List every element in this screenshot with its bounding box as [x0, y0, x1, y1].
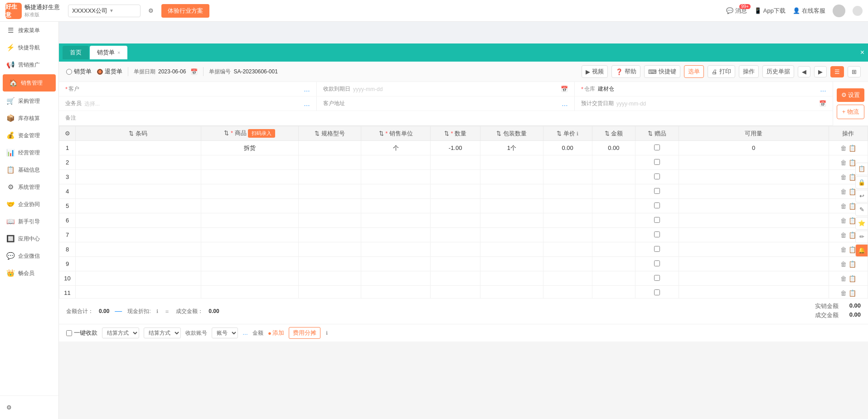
- row-quantity-4[interactable]: [431, 184, 480, 199]
- row-barcode-2[interactable]: [76, 155, 201, 170]
- gift-checkbox-5[interactable]: [654, 202, 660, 208]
- barcode-input-3[interactable]: [79, 174, 197, 180]
- row-gift-11[interactable]: [635, 286, 679, 299]
- settings-side-btn[interactable]: ⚙ 设置: [837, 88, 864, 102]
- cash-discount-dash[interactable]: —: [115, 307, 122, 315]
- th-product[interactable]: ⇅ * 商品 扫码录入: [201, 126, 298, 141]
- row-spec-7[interactable]: [298, 228, 361, 242]
- sidebar-item-operations[interactable]: 📊 经营管理: [0, 144, 58, 161]
- row-gift-3[interactable]: [635, 170, 679, 184]
- account-select[interactable]: 账号: [212, 327, 238, 338]
- row-unit-price-8[interactable]: [543, 242, 592, 257]
- th-amount[interactable]: ⇅ 金额: [592, 126, 635, 141]
- th-available[interactable]: 可用量: [679, 126, 829, 141]
- row-barcode-10[interactable]: [76, 271, 201, 286]
- gift-checkbox-4[interactable]: [654, 188, 660, 194]
- salesperson-input[interactable]: [84, 101, 304, 107]
- row-quantity-11[interactable]: [431, 286, 480, 299]
- float-btn-2[interactable]: 🔒: [855, 176, 868, 189]
- row-product-9[interactable]: [201, 257, 298, 271]
- help-btn[interactable]: ❓ 帮助: [611, 65, 640, 78]
- action-btn[interactable]: 操作: [739, 65, 759, 78]
- tab-sales-order[interactable]: 销货单 ×: [90, 46, 127, 59]
- user-avatar2[interactable]: [853, 6, 863, 16]
- row-quantity-10[interactable]: [431, 271, 480, 286]
- row-gift-10[interactable]: [635, 271, 679, 286]
- row-barcode-5[interactable]: [76, 199, 201, 213]
- delete-btn-8[interactable]: 🗑: [840, 246, 847, 253]
- row-unit-price-5[interactable]: [543, 199, 592, 213]
- sidebar-settings-btn[interactable]: ⚙: [0, 400, 58, 415]
- copy-btn-11[interactable]: 📋: [849, 289, 856, 297]
- row-spec-1[interactable]: [298, 141, 361, 155]
- company-selector[interactable]: XXXXXX公司 ▼: [68, 5, 141, 17]
- barcode-input-7[interactable]: [79, 232, 197, 238]
- gift-checkbox-10[interactable]: [654, 275, 660, 281]
- delete-btn-7[interactable]: 🗑: [840, 231, 847, 239]
- row-unit-price-2[interactable]: [543, 155, 592, 170]
- row-gift-2[interactable]: [635, 155, 679, 170]
- row-quantity-9[interactable]: [431, 257, 480, 271]
- row-product-11[interactable]: [201, 286, 298, 299]
- shortcut-btn[interactable]: ⌨ 快捷键: [644, 65, 680, 78]
- gift-checkbox-11[interactable]: [654, 289, 660, 295]
- barcode-input-2[interactable]: [79, 159, 197, 166]
- row-unit-price-4[interactable]: [543, 184, 592, 199]
- customer-addr-input[interactable]: [348, 101, 562, 107]
- salesperson-more-icon[interactable]: …: [304, 100, 310, 107]
- float-btn-6[interactable]: ✏: [855, 231, 868, 243]
- th-unit-price[interactable]: ⇅ 单价 ℹ: [543, 126, 592, 141]
- row-gift-9[interactable]: [635, 257, 679, 271]
- nav-next-btn[interactable]: ▶: [814, 66, 827, 77]
- remark-input[interactable]: [79, 115, 826, 121]
- row-barcode-4[interactable]: [76, 184, 201, 199]
- barcode-input-6[interactable]: [79, 217, 197, 224]
- barcode-input-10[interactable]: [79, 275, 197, 282]
- logistics-side-btn[interactable]: + 物流: [837, 105, 864, 119]
- nav-prev-btn[interactable]: ◀: [798, 66, 810, 77]
- customer-input[interactable]: [82, 86, 304, 92]
- row-gift-5[interactable]: [635, 199, 679, 213]
- message-button[interactable]: 💬 消息 99+: [726, 7, 747, 15]
- gift-checkbox-3[interactable]: [654, 173, 660, 179]
- collect-date-input[interactable]: [353, 86, 561, 92]
- row-barcode-6[interactable]: [76, 213, 201, 228]
- row-gift-1[interactable]: [635, 141, 679, 155]
- gift-checkbox-2[interactable]: [654, 159, 660, 165]
- copy-btn-1[interactable]: 📋: [849, 144, 856, 152]
- th-settings[interactable]: ⚙: [59, 126, 76, 141]
- sidebar-item-member[interactable]: 👑 畅会员: [0, 265, 58, 282]
- gift-checkbox-6[interactable]: [654, 217, 660, 223]
- th-quantity[interactable]: ⇅ * 数量: [431, 126, 480, 141]
- video-btn[interactable]: ▶ 视频: [582, 65, 608, 78]
- sidebar-item-system[interactable]: ⚙ 系统管理: [0, 178, 58, 196]
- barcode-input-8[interactable]: [79, 246, 197, 253]
- delete-btn-1[interactable]: 🗑: [840, 144, 847, 152]
- row-spec-2[interactable]: [298, 155, 361, 170]
- row-quantity-3[interactable]: [431, 170, 480, 184]
- delete-btn-4[interactable]: 🗑: [840, 188, 847, 195]
- copy-btn-10[interactable]: 📋: [849, 275, 856, 282]
- row-gift-7[interactable]: [635, 228, 679, 242]
- online-service-button[interactable]: 👤 在线客服: [793, 7, 825, 15]
- copy-btn-9[interactable]: 📋: [849, 260, 856, 268]
- row-unit-price-3[interactable]: [543, 170, 592, 184]
- sidebar-item-purchase[interactable]: 🛒 采购管理: [0, 92, 58, 110]
- row-spec-4[interactable]: [298, 184, 361, 199]
- row-spec-9[interactable]: [298, 257, 361, 271]
- expense-split-btn[interactable]: 费用分摊: [289, 327, 320, 339]
- warehouse-more-icon[interactable]: …: [820, 86, 826, 93]
- sidebar-item-sales[interactable]: 🏠 销售管理: [3, 74, 56, 92]
- sidebar-item-enterprise[interactable]: 🤝 企业协同: [0, 196, 58, 213]
- row-spec-8[interactable]: [298, 242, 361, 257]
- delete-btn-5[interactable]: 🗑: [840, 202, 847, 210]
- account-more-icon[interactable]: …: [242, 330, 248, 336]
- row-unit-price-7[interactable]: [543, 228, 592, 242]
- print-btn[interactable]: 🖨 打印: [708, 65, 735, 78]
- scan-btn[interactable]: 扫码录入: [248, 129, 275, 138]
- th-barcode[interactable]: ⇅ 条码: [76, 126, 201, 141]
- th-pkg-qty[interactable]: ⇅ 包装数量: [480, 126, 543, 141]
- row-barcode-1[interactable]: [76, 141, 201, 155]
- th-gift[interactable]: ⇅ 赠品: [635, 126, 679, 141]
- settlement-method-select[interactable]: 结算方式: [102, 327, 139, 338]
